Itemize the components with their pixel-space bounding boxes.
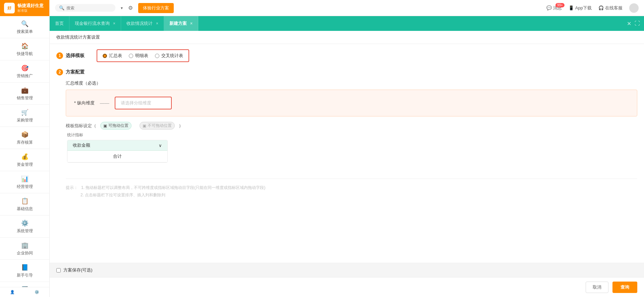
message-badge: 99+ [555, 3, 565, 7]
sidebar-nav: 🔍 搜索菜单 🏠 快捷导航 🎯 营销推广 💼 销售管理 🛒 采购管理 📦 库存核… [0, 16, 49, 287]
metrics-header-label: 收款金额 [73, 142, 90, 148]
tips-content-2: 2. 点击标题栏下拉可设置排序、插入列和删除列 [80, 193, 165, 197]
metrics-total-row: 合计 [67, 151, 167, 162]
sidebar-label-search: 搜索菜单 [17, 29, 33, 35]
sidebar-label-home: 快捷导航 [17, 51, 33, 57]
sidebar: 好 畅捷通好生意 标准版 🔍 搜索菜单 🏠 快捷导航 🎯 营销推广 💼 销售管理… [0, 0, 50, 297]
sidebar-item-sales[interactable]: 💼 销售管理 [0, 83, 49, 105]
tips-line2: 2. 点击标题栏下拉可设置排序、插入列和删除列 [80, 192, 637, 199]
tab-new-plan-close[interactable]: × [190, 21, 193, 26]
sidebar-logo: 好 畅捷通好生意 标准版 [0, 0, 49, 16]
tips-prefix: 提示： [66, 185, 80, 190]
dropdown-arrow-icon[interactable]: ▾ [121, 6, 123, 10]
tab-home[interactable]: 首页 [50, 16, 69, 31]
service-icon: 🎧 [598, 5, 604, 10]
tab-collection-stats[interactable]: 收款情况统计 × [121, 16, 164, 31]
query-button[interactable]: 查询 [612, 282, 637, 293]
logo-text-block: 畅捷通好生意 标准版 [17, 3, 44, 13]
sidebar-item-system[interactable]: ⚙️ 系统管理 [0, 215, 49, 238]
form-area: 1 选择模板 汇总表 明细表 交叉统计表 [50, 44, 644, 263]
non-draggable-tag-label: 不可拖动位置 [148, 123, 172, 129]
topbar-online-service[interactable]: 🎧 在线客服 [598, 5, 623, 11]
gear-icon[interactable]: ⚙ [128, 5, 133, 11]
radio-cross-label: 交叉统计表 [161, 53, 183, 59]
sidebar-item-home[interactable]: 🏠 快捷导航 [0, 38, 49, 60]
home-icon: 🏠 [21, 42, 29, 50]
sidebar-item-operations[interactable]: 📊 经营管理 [0, 171, 49, 193]
sidebar-label-basics: 基础信息 [17, 206, 33, 212]
metrics-config-label: 模板指标设定（ [66, 123, 96, 129]
settings-footer-icon: ⚙️ [35, 290, 39, 294]
system-icon: ⚙️ [21, 219, 29, 227]
sidebar-label-inventory: 库存核算 [17, 140, 33, 145]
non-draggable-tag: ▣ 不可拖动位置 [140, 122, 175, 130]
online-service-label: 在线客服 [605, 5, 623, 11]
radio-summary-input[interactable] [103, 54, 107, 58]
section2-header: 2 方案配置 [56, 69, 637, 76]
tab-collection-stats-close[interactable]: × [156, 21, 158, 26]
metrics-table: 收款金额 ∨ 合计 [67, 140, 168, 163]
dimension-select-box[interactable]: 请选择分组维度 [115, 97, 172, 109]
tab-new-plan-label: 新建方案 [169, 20, 187, 27]
purchase-icon: 🛒 [21, 109, 29, 116]
save-section: 方案保存(可选) [50, 263, 644, 277]
tabbar: 首页 现金银行流水查询 × 收款情况统计 × 新建方案 × ✕ ⛶ [50, 16, 644, 31]
section1-number: 1 [56, 52, 63, 59]
sales-icon: 💼 [21, 87, 29, 94]
main-area: 🔍 ▾ ⚙ 体验行业方案 💬 消息 99+ 📱 App下载 🎧 在线客服 [50, 0, 644, 297]
tips-divider [66, 179, 637, 179]
sidebar-footer-settings[interactable]: ⚙️ [35, 290, 39, 294]
topbar-message[interactable]: 💬 消息 99+ [546, 5, 562, 11]
radio-detail[interactable]: 明细表 [129, 53, 148, 59]
sidebar-item-marketing[interactable]: 🎯 营销推广 [0, 60, 49, 83]
sidebar-item-purchase[interactable]: 🛒 采购管理 [0, 105, 49, 127]
logo-name: 畅捷通好生意 [17, 3, 44, 8]
radio-cross-input[interactable] [155, 54, 159, 58]
guide-icon: 📘 [21, 264, 29, 271]
metrics-table-container: 统计指标 收款金额 ∨ 合计 [66, 132, 637, 164]
tab-cash-bank-label: 现金银行流水查询 [75, 20, 110, 27]
sidebar-item-inventory[interactable]: 📦 库存核算 [0, 127, 49, 149]
tips-line1: 提示： 1. 拖动标题栏可以调整布局，不可跨维度或指标区域拖动目字段(只能在同一… [66, 184, 637, 192]
sidebar-label-operations: 经营管理 [17, 184, 33, 190]
sidebar-item-search[interactable]: 🔍 搜索菜单 [0, 16, 49, 38]
tips-content-1: 1. 拖动标题栏可以调整布局，不可跨维度或指标区域拖动目字段(只能在同一维度或指… [81, 185, 265, 190]
metrics-config-suffix: ） [179, 123, 183, 129]
radio-cross[interactable]: 交叉统计表 [155, 53, 183, 59]
sidebar-item-guide[interactable]: 📘 新手引导 [0, 260, 49, 282]
vertical-dimension-label: * 纵向维度 [74, 100, 95, 106]
search-input[interactable] [66, 6, 110, 10]
draggable-tag-label: 可拖动位置 [108, 123, 128, 129]
topbar-right: 💬 消息 99+ 📱 App下载 🎧 在线客服 [546, 3, 639, 13]
maximize-icon[interactable]: ⛶ [635, 20, 640, 27]
cancel-button[interactable]: 取消 [586, 282, 608, 293]
metrics-label-row: 模板指标设定（ ▣ 可拖动位置 ▣ 不可拖动位置 ） [66, 122, 637, 130]
topbar-search-box[interactable]: 🔍 [55, 4, 115, 12]
sidebar-item-basics[interactable]: 📋 基础信息 [0, 193, 49, 215]
content-area: 收款情况统计方案设置 1 选择模板 汇总表 明细表 [50, 31, 644, 297]
sidebar-footer-user[interactable]: 👤 [10, 290, 15, 294]
corp-icon: 🏢 [21, 242, 29, 249]
message-icon: 💬 [546, 5, 552, 10]
sidebar-item-corp[interactable]: 🏢 企业协同 [0, 238, 49, 260]
sidebar-label-marketing: 营销推广 [17, 73, 33, 79]
draggable-tag: ▣ 可拖动位置 [100, 122, 131, 130]
tab-new-plan[interactable]: 新建方案 × [164, 16, 198, 31]
radio-summary[interactable]: 汇总表 [103, 53, 122, 59]
tab-home-label: 首页 [55, 20, 64, 27]
user-avatar[interactable] [629, 3, 639, 13]
industry-solution-button[interactable]: 体验行业方案 [138, 3, 174, 13]
close-window-icon[interactable]: ✕ [627, 20, 631, 27]
tabbar-right-controls: ✕ ⛶ [623, 16, 644, 31]
sidebar-label-sales: 销售管理 [17, 95, 33, 101]
tab-cash-bank-close[interactable]: × [113, 21, 115, 26]
tab-cash-bank[interactable]: 现金银行流水查询 × [69, 16, 121, 31]
topbar-app-download[interactable]: 📱 App下载 [569, 5, 592, 11]
radio-detail-input[interactable] [129, 54, 133, 58]
sidebar-item-finance[interactable]: 💰 资金管理 [0, 149, 49, 171]
sidebar-item-hardware[interactable]: 🖥️ 智能硬件 [0, 282, 49, 287]
metrics-dropdown-icon[interactable]: ∨ [159, 143, 162, 148]
metrics-table-header: 收款金额 ∨ [67, 140, 167, 151]
save-checkbox[interactable] [56, 268, 61, 273]
tab-collection-stats-label: 收款情况统计 [126, 20, 153, 27]
